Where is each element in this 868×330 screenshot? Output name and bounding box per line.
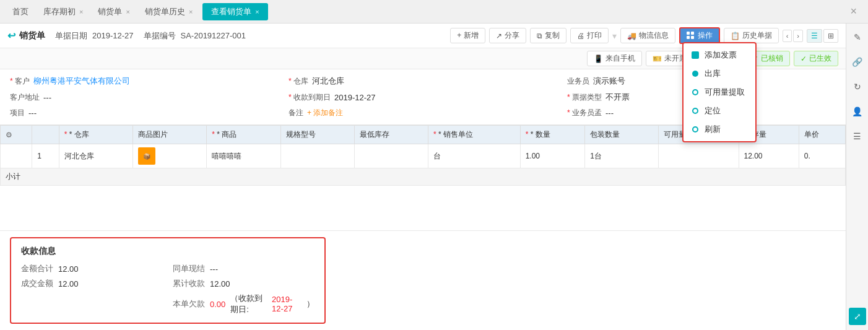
pack-qty-col-header: 包装数量 xyxy=(585,126,659,144)
total-row: 金额合计 12.00 xyxy=(21,263,163,274)
tab-sales-history[interactable]: 销货单历史 × xyxy=(137,0,200,23)
same-order-label: 同单现结 xyxy=(173,263,205,274)
doc-type-icon: ↩ xyxy=(7,30,15,41)
address-value: --- xyxy=(43,93,51,102)
next-button[interactable]: › xyxy=(793,30,803,42)
warehouse-row: 仓库 河北仓库 xyxy=(289,76,557,87)
tab-sales[interactable]: 销货单 × xyxy=(90,0,137,23)
tab-bar: 首页 库存期初 × 销货单 × 销货单历史 × 查看销货单 × × xyxy=(0,0,868,24)
locate-icon xyxy=(691,106,700,115)
payment-info-box: 收款信息 金额合计 12.00 同单现结 --- 成交金额 12.00 xyxy=(10,237,326,324)
history-icon: 📋 xyxy=(731,32,740,40)
effective-status-button[interactable]: ✓ 已生效 xyxy=(794,51,838,66)
row-spec xyxy=(280,144,354,168)
share-button[interactable]: ↗ 分享 xyxy=(489,28,526,43)
balance-label: 本单欠款 xyxy=(173,298,205,310)
warehouse-value: 河北仓库 xyxy=(312,76,344,87)
view-toggle: ☰ ⊞ xyxy=(807,29,838,43)
close-tab-inventory[interactable]: × xyxy=(79,8,83,15)
customer-row: 客户 柳州粤港平安气体有限公司 xyxy=(10,76,279,87)
doc-meta: 单据日期 2019-12-27 单据编号 SA-20191227-001 xyxy=(55,30,246,41)
settings-icon[interactable]: ⚙ xyxy=(6,131,12,139)
row-num: 1 xyxy=(32,144,59,168)
project-label: 项目 xyxy=(10,108,25,118)
doc-date-label: 单据日期 2019-12-27 xyxy=(55,30,134,41)
customer-value[interactable]: 柳州粤港平安气体有限公司 xyxy=(33,76,130,87)
balance-value: 0.00 xyxy=(210,300,225,309)
global-close-button[interactable]: × xyxy=(844,5,863,18)
close-tab-view-sales[interactable]: × xyxy=(255,8,259,15)
balance-note-end: ） xyxy=(306,298,315,310)
row-min-stock xyxy=(354,144,428,168)
ticket-type-label: 票据类型 xyxy=(567,92,602,103)
dropdown-add-invoice[interactable]: 添加发票 xyxy=(684,46,755,64)
refresh-icon xyxy=(691,125,700,134)
transaction-label: 成交金额 xyxy=(21,278,53,289)
document-title: ↩ 销货单 xyxy=(7,30,45,41)
row-actions xyxy=(1,144,32,168)
dropdown-outbound[interactable]: 出库 xyxy=(684,64,755,83)
product-img-col-header: 商品图片 xyxy=(133,126,207,144)
total-label: 金额合计 xyxy=(21,263,53,274)
project-row: 项目 --- xyxy=(10,108,279,118)
ticket-type-value: 不开票 xyxy=(605,92,630,103)
spec-col-header: 规格型号 xyxy=(280,126,354,144)
sidebar-link-icon[interactable]: 🔗 xyxy=(849,53,866,71)
total-value: 12.00 xyxy=(58,264,79,274)
close-tab-sales[interactable]: × xyxy=(126,8,129,15)
close-tab-sales-history[interactable]: × xyxy=(189,8,193,15)
cumulative-value: 12.00 xyxy=(210,279,230,289)
transaction-value: 12.00 xyxy=(58,279,79,289)
operation-button[interactable]: 操作 xyxy=(679,27,720,44)
sidebar-list-icon[interactable]: ☰ xyxy=(849,128,866,145)
cumulative-row: 累计收款 12.00 xyxy=(173,278,315,289)
cumulative-label: 累计收款 xyxy=(173,278,205,289)
mobile-status-button[interactable]: 📱 来自手机 xyxy=(587,51,642,66)
doc-actions: + 新增 ↗ 分享 ⧉ 复制 🖨 打印 ▾ 🚚 物流信息 xyxy=(450,27,838,44)
sidebar-edit-icon[interactable]: ✎ xyxy=(849,28,866,46)
staff-value: 演示账号 xyxy=(593,76,625,87)
tab-home[interactable]: 首页 xyxy=(5,0,36,23)
operation-dropdown: 添加发票 出库 可用量提取 定位 刷新 xyxy=(682,42,757,142)
history-button[interactable]: 📋 历史单据 xyxy=(724,28,779,43)
product-thumbnail: 📦 xyxy=(138,147,155,165)
print-button[interactable]: 🖨 打印 xyxy=(570,28,609,43)
dropdown-locate[interactable]: 定位 xyxy=(684,102,755,120)
payment-date-value: 2019-12-27 xyxy=(334,93,376,102)
unit-col-header: * * 销售单位 xyxy=(428,126,520,144)
dropdown-refresh[interactable]: 刷新 xyxy=(684,120,755,139)
logistics-button[interactable]: 🚚 物流信息 xyxy=(620,28,675,43)
project-value: --- xyxy=(28,108,37,118)
right-sidebar: ✎ 🔗 ↻ 👤 ☰ ⤢ xyxy=(846,24,868,330)
row-stock: 12.00 xyxy=(739,144,799,168)
warehouse-col-header: * * 仓库 xyxy=(59,126,132,144)
add-remark-button[interactable]: + 添加备注 xyxy=(307,108,343,118)
sidebar-expand-icon[interactable]: ⤢ xyxy=(849,308,866,325)
row-warehouse: 河北仓库 xyxy=(59,144,132,168)
dropdown-available-pickup[interactable]: 可用量提取 xyxy=(684,83,755,102)
print-icon: 🖨 xyxy=(577,32,584,40)
subtotal-label: 小计 xyxy=(1,168,846,186)
outbound-icon xyxy=(691,69,700,78)
copy-icon: ⧉ xyxy=(537,32,542,40)
list-view-button[interactable]: ☰ xyxy=(807,29,822,43)
copy-button[interactable]: ⧉ 复制 xyxy=(530,28,566,43)
row-product-img: 📦 xyxy=(133,144,207,168)
table-row: 1 河北仓库 📦 嘻嘻嘻嘻 台 1.00 1台 12.00 0. xyxy=(1,144,846,168)
transaction-row: 成交金额 12.00 xyxy=(21,278,163,289)
new-button[interactable]: + 新增 xyxy=(450,28,485,43)
same-order-row: 同单现结 --- xyxy=(173,263,315,274)
customer-label: 客户 xyxy=(10,76,30,87)
tab-inventory[interactable]: 库存期初 × xyxy=(36,0,90,23)
row-unit-price: 0. xyxy=(799,144,845,168)
bottom-panel: 收款信息 金额合计 12.00 同单现结 --- 成交金额 12.00 xyxy=(0,230,846,330)
sidebar-rotate-icon[interactable]: ↻ xyxy=(849,78,866,95)
tab-view-sales[interactable]: 查看销货单 × xyxy=(202,3,267,20)
quantity-col-header: * * 数量 xyxy=(520,126,585,144)
nav-arrows: ‹ › xyxy=(783,30,803,42)
prev-button[interactable]: ‹ xyxy=(783,30,792,42)
address-label: 客户地址 xyxy=(10,92,40,103)
settings-col-header[interactable]: ⚙ xyxy=(1,126,32,144)
grid-view-button[interactable]: ⊞ xyxy=(823,29,838,43)
sidebar-user-icon[interactable]: 👤 xyxy=(849,103,866,120)
